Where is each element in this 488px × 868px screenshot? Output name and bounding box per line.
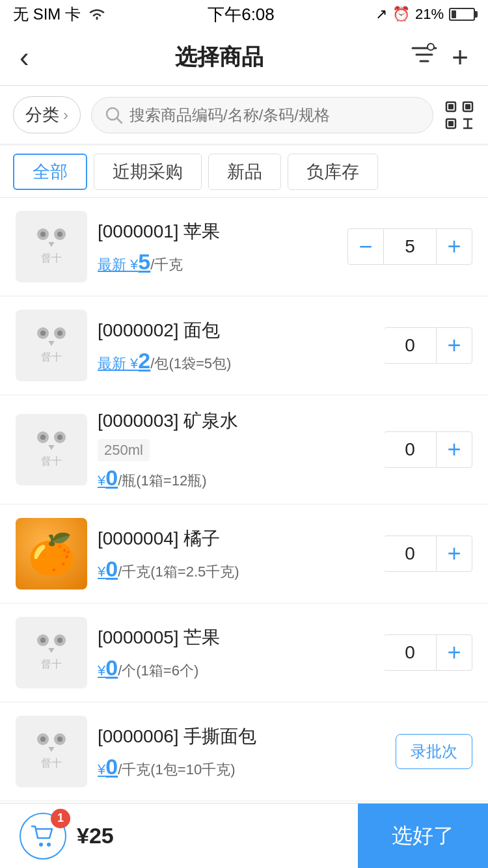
plus-button[interactable]: + — [436, 327, 472, 364]
product-name: [0000004] 橘子 — [98, 526, 373, 551]
product-image: 督十 — [16, 617, 87, 688]
nav-right[interactable]: + — [410, 41, 468, 74]
svg-line-5 — [117, 118, 122, 123]
page-title: 选择商品 — [175, 42, 264, 72]
svg-rect-9 — [448, 104, 454, 109]
cart-badge: 1 — [51, 809, 70, 828]
batch-button[interactable]: 录批次 — [396, 734, 472, 769]
product-name: [0000005] 芒果 — [98, 625, 373, 650]
qty-input[interactable] — [384, 536, 436, 572]
list-item: 督十 [0000006] 手撕面包 ¥0/千克(1包=10千克) 录批次 — [0, 703, 488, 800]
product-image: 督十 — [16, 310, 87, 381]
product-info: [0000001] 苹果 最新 ¥5/千克 — [87, 219, 347, 275]
product-image: 督十 — [16, 716, 87, 787]
battery-percent: 21% — [415, 6, 444, 23]
product-info: [0000002] 面包 最新 ¥2/包(1袋=5包) — [87, 318, 384, 373]
nav-bar: ‹ 选择商品 + — [0, 29, 488, 86]
product-info: [0000003] 矿泉水 250ml ¥0/瓶(1箱=12瓶) — [87, 409, 384, 491]
qty-control[interactable]: + — [384, 431, 472, 468]
add-button[interactable]: + — [452, 41, 468, 74]
product-image: 督十 — [16, 414, 87, 485]
owl-placeholder: 督十 — [37, 431, 66, 468]
filter-icon[interactable] — [410, 43, 439, 71]
owl-placeholder: 督十 — [37, 327, 66, 364]
filter-bar: 分类 › — [0, 86, 488, 144]
search-input[interactable] — [129, 106, 420, 124]
category-button[interactable]: 分类 › — [13, 96, 81, 133]
svg-rect-11 — [448, 121, 454, 126]
qty-input[interactable] — [384, 228, 436, 265]
status-right: ↗ ⏰ 21% — [375, 6, 475, 23]
wifi-icon — [87, 7, 107, 21]
list-item: [0000004] 橘子 ¥0/千克(1箱=2.5千克) + — [0, 505, 488, 603]
qty-input[interactable] — [384, 634, 436, 671]
qty-control[interactable]: − + — [347, 228, 472, 265]
qty-control[interactable]: + — [384, 327, 472, 364]
product-price: ¥0/个(1箱=6个) — [98, 655, 373, 681]
tab-recent[interactable]: 近期采购 — [94, 154, 202, 190]
qty-input[interactable] — [384, 327, 436, 364]
product-info: [0000006] 手撕面包 ¥0/千克(1包=10千克) — [87, 724, 396, 780]
product-price: ¥0/千克(1箱=2.5千克) — [98, 556, 373, 582]
product-spec: 250ml — [98, 439, 150, 461]
tab-bar: 全部 近期采购 新品 负库存 — [0, 146, 488, 198]
location-icon: ↗ — [375, 6, 387, 23]
battery-icon — [449, 8, 475, 21]
product-price: ¥0/千克(1包=10千克) — [98, 754, 385, 780]
plus-button[interactable]: + — [436, 634, 472, 671]
product-image: 督十 — [16, 211, 87, 282]
cart-svg — [31, 825, 55, 847]
nav-left[interactable]: ‹ — [20, 41, 29, 74]
status-carrier: 无 SIM 卡 — [13, 4, 107, 25]
svg-point-15 — [39, 843, 43, 847]
product-price: ¥0/瓶(1箱=12瓶) — [98, 465, 373, 491]
product-price: 最新 ¥2/包(1袋=5包) — [98, 348, 373, 373]
minus-button[interactable]: − — [347, 228, 384, 265]
svg-point-16 — [47, 843, 51, 847]
plus-button[interactable]: + — [436, 536, 472, 572]
tab-all[interactable]: 全部 — [13, 154, 87, 190]
status-time: 下午6:08 — [208, 3, 275, 26]
search-icon — [105, 106, 123, 124]
tab-negative[interactable]: 负库存 — [288, 154, 378, 190]
product-price: 最新 ¥5/千克 — [98, 249, 337, 275]
svg-point-3 — [427, 44, 434, 50]
qty-input[interactable] — [384, 431, 436, 468]
plus-button[interactable]: + — [436, 431, 472, 468]
list-item: 督十 [0000005] 芒果 ¥0/个(1箱=6个) + — [0, 604, 488, 701]
qty-control[interactable]: + — [384, 634, 472, 671]
confirm-button[interactable]: 选好了 — [358, 804, 488, 869]
list-item: 督十 [0000001] 苹果 最新 ¥5/千克 − + — [0, 198, 488, 295]
product-name: [0000003] 矿泉水 — [98, 409, 373, 433]
product-info: [0000004] 橘子 ¥0/千克(1箱=2.5千克) — [87, 526, 384, 582]
product-info: [0000005] 芒果 ¥0/个(1箱=6个) — [87, 625, 384, 681]
cart-icon[interactable]: 1 — [20, 813, 66, 860]
scan-button[interactable] — [444, 100, 475, 131]
bottom-bar: 1 ¥25 选好了 — [0, 803, 488, 868]
alarm-icon: ⏰ — [392, 6, 410, 23]
owl-placeholder: 督十 — [37, 634, 66, 671]
tab-new[interactable]: 新品 — [208, 154, 281, 190]
svg-rect-10 — [465, 104, 470, 109]
plus-button[interactable]: + — [436, 228, 472, 265]
product-name: [0000006] 手撕面包 — [98, 724, 385, 749]
product-image — [16, 518, 87, 590]
product-name: [0000001] 苹果 — [98, 219, 337, 244]
cart-area: 1 ¥25 — [0, 813, 358, 860]
product-name: [0000002] 面包 — [98, 318, 373, 343]
batch-button-area[interactable]: 录批次 — [396, 734, 472, 769]
list-item: 督十 [0000003] 矿泉水 250ml ¥0/瓶(1箱=12瓶) + — [0, 396, 488, 504]
back-button[interactable]: ‹ — [20, 41, 29, 74]
search-box[interactable] — [91, 97, 433, 133]
owl-placeholder: 督十 — [37, 733, 66, 770]
status-bar: 无 SIM 卡 下午6:08 ↗ ⏰ 21% — [0, 0, 488, 29]
cart-total: ¥25 — [77, 823, 114, 848]
list-item: 督十 [0000002] 面包 最新 ¥2/包(1袋=5包) + — [0, 297, 488, 394]
qty-control[interactable]: + — [384, 536, 472, 572]
product-list: 督十 [0000001] 苹果 最新 ¥5/千克 − + 督十 — [0, 198, 488, 868]
owl-placeholder: 督十 — [37, 228, 66, 265]
